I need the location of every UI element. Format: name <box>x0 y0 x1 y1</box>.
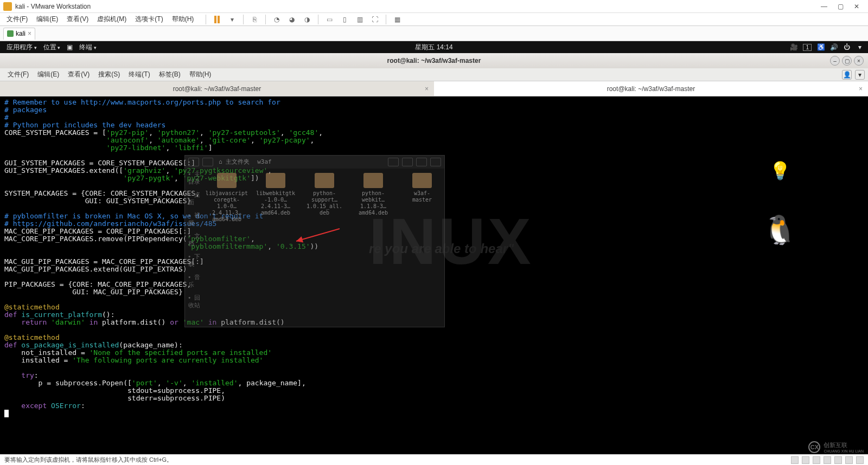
power-icon[interactable]: ⏻ <box>843 43 851 51</box>
fm-search-icon[interactable] <box>388 158 399 166</box>
fm-file-icon[interactable]: python-webkit…1.1.8-3…amd64.deb <box>355 173 391 216</box>
window-title: root@kali: ~/w3af/w3af-master <box>387 57 481 64</box>
fm-file-icon[interactable]: python-support…1.0.15_all.deb <box>307 173 342 216</box>
fm-sidebar-item[interactable]: ⦁ 下载 <box>188 253 201 268</box>
term-menu-search[interactable]: 搜索(S) <box>94 70 124 79</box>
maximize-button[interactable]: ▢ <box>832 3 848 10</box>
status-device-hdd[interactable] <box>791 456 799 464</box>
fm-sidebar-item[interactable]: ⦁ 文档 <box>188 232 201 248</box>
snapshot-icon[interactable]: ◔ <box>270 14 283 25</box>
menu-tabs[interactable]: 选项卡(T) <box>131 15 167 24</box>
status-device-sound[interactable] <box>834 456 842 464</box>
fm-sidebar-item[interactable]: ⦁ 桌面 <box>188 191 201 206</box>
power-dropdown[interactable]: ▾ <box>226 14 239 25</box>
terminal-menu[interactable]: 终端 <box>77 43 99 52</box>
accessibility-icon[interactable]: ♿ <box>817 43 825 51</box>
vmware-tabstrip: kali × <box>0 26 868 41</box>
gnome-topbar: 应用程序 位置 ▣ 终端 星期五 14:14 🎥 1 ♿ 🔊 ⏻ ▾ <box>0 41 868 53</box>
tab-label: root@kali: ~/w3af/w3af-master <box>607 85 695 93</box>
fm-sidebar-item[interactable]: ⦁ 音乐 <box>188 274 201 289</box>
status-device-printer[interactable] <box>845 456 853 464</box>
term-menu-help[interactable]: 帮助(H) <box>185 70 216 79</box>
fm-view-grid-icon[interactable] <box>402 158 413 166</box>
video-icon[interactable]: 🎥 <box>790 43 797 51</box>
term-menu-tabs[interactable]: 标签(B) <box>155 70 185 79</box>
desktop-shortcut-qq[interactable]: 🐧 <box>762 214 797 247</box>
desktop-icon-area: 💡 🐧 <box>762 160 797 247</box>
tab-label: root@kali: ~/w3af/w3af-master <box>173 85 261 93</box>
vmware-title: kali - VMware Workstation <box>15 3 816 10</box>
status-device-net[interactable] <box>813 456 820 464</box>
window-minimize[interactable]: – <box>830 56 840 66</box>
desktop-shortcut-1[interactable]: 💡 <box>769 160 791 181</box>
unity-icon[interactable]: ▥ <box>353 14 366 25</box>
fm-back-button[interactable] <box>188 158 199 166</box>
text-cursor <box>4 410 9 417</box>
status-text: 要将输入定向到该虚拟机，请将鼠标指针移入其中或按 Ctrl+G。 <box>4 456 173 464</box>
fit-guest-icon[interactable]: ▭ <box>323 14 336 25</box>
term-menu-edit[interactable]: 编辑(E) <box>33 70 63 79</box>
tab-close-icon[interactable]: × <box>28 30 31 37</box>
fm-view-list-icon[interactable] <box>416 158 427 166</box>
minimize-button[interactable]: — <box>816 3 832 10</box>
clock[interactable]: 星期五 14:14 <box>415 43 452 52</box>
fm-sidebar-item[interactable]: ⦁ 视频 <box>188 212 201 227</box>
term-menu-file[interactable]: 文件(F) <box>3 70 33 79</box>
menu-file[interactable]: 文件(F) <box>2 15 32 24</box>
snapshot-revert-icon[interactable]: ◕ <box>285 14 298 25</box>
vmware-statusbar: 要将输入定向到该虚拟机，请将鼠标指针移入其中或按 Ctrl+G。 <box>0 454 868 465</box>
pause-button[interactable] <box>210 14 224 25</box>
menu-help[interactable]: 帮助(H) <box>168 15 199 24</box>
fm-sidebar-item[interactable]: ⦁ 回收站 <box>188 294 201 309</box>
fm-file-icon[interactable]: libwebkitgtk-1.0-0…2.4.11-3…amd64.deb <box>258 173 293 216</box>
fm-file-icon[interactable]: w3af-master <box>404 173 440 203</box>
watermark-logo: CX <box>808 441 820 453</box>
split-dropdown[interactable]: ▾ <box>855 70 865 80</box>
term-menu-terminal[interactable]: 终端(T) <box>124 70 154 79</box>
terminal-menubar: 文件(F) 编辑(E) 查看(V) 搜索(S) 终端(T) 标签(B) 帮助(H… <box>0 68 868 81</box>
status-device-usb[interactable] <box>824 456 831 464</box>
status-device-display[interactable] <box>856 456 864 464</box>
terminal-tab-2[interactable]: root@kali: ~/w3af/w3af-master × <box>434 81 868 96</box>
send-cad-icon[interactable]: ⎘ <box>248 14 261 25</box>
menu-vm[interactable]: 虚拟机(M) <box>93 15 131 24</box>
fm-breadcrumb-home[interactable]: ⌂ 主文件夹 <box>216 158 252 166</box>
library-icon[interactable]: ▦ <box>391 14 404 25</box>
vm-tab-icon <box>7 30 14 37</box>
fm-sidebar-item[interactable]: ⦁ 主目录 <box>188 171 201 186</box>
vmware-toolbar: ▾ ⎘ ◔ ◕ ◑ ▭ ▯ ▥ ⛶ ▦ <box>202 13 405 25</box>
fm-toolbar: ⌂ 主文件夹 w3af <box>185 156 444 169</box>
fm-file-icon[interactable]: libjavascriptcoregtk-1.0-0…2.4.11-3…amd6… <box>209 173 245 223</box>
fm-breadcrumb-current[interactable]: w3af <box>255 158 274 166</box>
split-button[interactable]: 👤 <box>842 70 852 80</box>
volume-icon[interactable]: 🔊 <box>830 43 838 51</box>
terminal-output[interactable]: INUX re you are able to hear" # Remember… <box>0 96 868 422</box>
apps-menu[interactable]: 应用程序 <box>4 43 39 52</box>
workspace-indicator[interactable]: 1 <box>803 44 812 51</box>
vmware-tab-kali[interactable]: kali × <box>3 28 35 40</box>
menu-edit[interactable]: 编辑(E) <box>32 15 62 24</box>
terminal-tab-1[interactable]: root@kali: ~/w3af/w3af-master × <box>0 81 434 96</box>
places-menu[interactable]: 位置 <box>41 43 63 52</box>
file-manager-window[interactable]: ⌂ 主文件夹 w3af ⦁ 主目录⦁ 桌面⦁ 视频⦁ 文档⦁ 下载⦁ 音乐⦁ 回… <box>184 155 445 327</box>
snapshot-manager-icon[interactable]: ◑ <box>301 14 314 25</box>
fm-menu-icon[interactable] <box>430 158 441 166</box>
window-close[interactable]: × <box>854 56 864 66</box>
fm-forward-button[interactable] <box>202 158 213 166</box>
tab-close-icon[interactable]: × <box>859 85 863 93</box>
vmware-menubar: 文件(F) 编辑(E) 查看(V) 虚拟机(M) 选项卡(T) 帮助(H) ▾ … <box>0 13 868 26</box>
terminal-tabstrip: root@kali: ~/w3af/w3af-master × root@kal… <box>0 81 868 96</box>
close-button[interactable]: ✕ <box>848 3 865 10</box>
window-maximize[interactable]: ▢ <box>842 56 852 66</box>
fm-sidebar: ⦁ 主目录⦁ 桌面⦁ 视频⦁ 文档⦁ 下载⦁ 音乐⦁ 回收站 <box>185 169 205 327</box>
vmware-titlebar: kali - VMware Workstation — ▢ ✕ <box>0 0 868 13</box>
menu-view[interactable]: 查看(V) <box>62 15 93 24</box>
vm-tab-label: kali <box>16 30 25 37</box>
fullscreen-icon[interactable]: ⛶ <box>368 14 381 25</box>
fit-window-icon[interactable]: ▯ <box>338 14 351 25</box>
system-menu-chevron[interactable]: ▾ <box>856 43 864 51</box>
term-menu-view[interactable]: 查看(V) <box>63 70 94 79</box>
guest-vm-display: 应用程序 位置 ▣ 终端 星期五 14:14 🎥 1 ♿ 🔊 ⏻ ▾ root@… <box>0 41 868 454</box>
status-device-cd[interactable] <box>802 456 809 464</box>
tab-close-icon[interactable]: × <box>425 85 429 93</box>
